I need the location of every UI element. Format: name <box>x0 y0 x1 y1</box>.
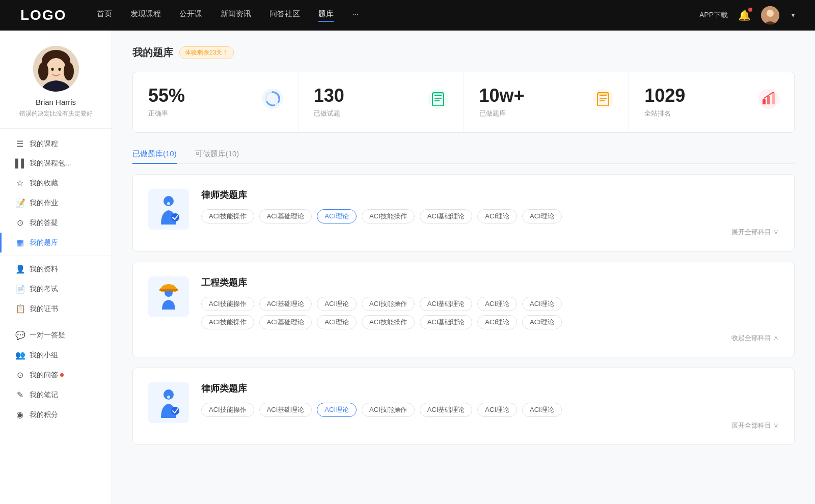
trial-badge: 体验剩余23天！ <box>179 46 234 59</box>
qbank-card-engineer: 工程类题库 ACI技能操作 ACI基础理论 ACI理论 ACI技能操作 ACI基… <box>132 262 795 357</box>
lawyer1-tags: ACI技能操作 ACI基础理论 ACI理论 ACI技能操作 ACI基础理论 AC… <box>201 209 779 223</box>
tag[interactable]: ACI基础理论 <box>420 297 473 311</box>
oneone-icon: 💬 <box>15 330 24 340</box>
stat-accuracy-label: 正确率 <box>148 109 255 118</box>
tag[interactable]: ACI技能操作 <box>201 297 254 311</box>
svg-point-8 <box>58 68 61 71</box>
stat-questions-done: 130 已做试题 <box>298 72 464 132</box>
nav-open-course[interactable]: 公开课 <box>179 9 202 22</box>
homework-icon: 📝 <box>15 198 24 208</box>
stat-banks-label: 已做题库 <box>479 109 586 118</box>
sidebar-nav-item-courses[interactable]: ☰ 我的课程 <box>0 134 112 154</box>
main-content: 我的题库 体验剩余23天！ 55% 正确率 <box>112 31 815 504</box>
sidebar-motto: 错误的决定比没有决定要好 <box>11 109 101 118</box>
nav-home[interactable]: 首页 <box>97 9 112 22</box>
stat-rank-value: 1029 <box>644 87 751 105</box>
svg-point-1 <box>767 10 774 17</box>
tag[interactable]: ACI理论 <box>477 297 517 311</box>
tag[interactable]: ACI理论 <box>522 297 562 311</box>
nav-qbank[interactable]: 题库 <box>318 9 334 22</box>
tag-active[interactable]: ACI理论 <box>317 209 357 223</box>
sidebar-nav-item-group[interactable]: 👥 我的小组 <box>0 345 112 365</box>
sidebar-nav-item-exam[interactable]: 📄 我的考试 <box>0 279 112 299</box>
stat-accuracy: 55% 正确率 <box>133 72 298 132</box>
notification-bell[interactable]: 🔔 <box>738 9 751 21</box>
qa-icon: ⊙ <box>15 370 24 380</box>
sidebar-nav-item-questions[interactable]: ⊙ 我的答疑 <box>0 213 112 233</box>
tag[interactable]: ACI理论 <box>477 315 517 329</box>
sidebar-username: Brian Harris <box>36 98 76 106</box>
tag[interactable]: ACI基础理论 <box>259 403 312 417</box>
svg-point-4 <box>46 58 66 82</box>
tag[interactable]: ACI技能操作 <box>201 403 254 417</box>
navbar: LOGO 首页 发现课程 公开课 新闻资讯 问答社区 题库 ··· APP下载 … <box>0 0 815 31</box>
tag-active[interactable]: ACI理论 <box>317 403 357 417</box>
qbank-card-lawyer2: 律师类题库 ACI技能操作 ACI基础理论 ACI理论 ACI技能操作 ACI基… <box>132 368 795 445</box>
tag[interactable]: ACI技能操作 <box>201 315 254 329</box>
svg-rect-22 <box>772 93 775 104</box>
sidebar-avatar <box>33 46 79 92</box>
svg-rect-20 <box>763 99 766 104</box>
tag[interactable]: ACI技能操作 <box>362 297 415 311</box>
tab-done[interactable]: 已做题库(10) <box>132 145 177 164</box>
expand-lawyer1[interactable]: 展开全部科目 ∨ <box>201 228 779 237</box>
tag[interactable]: ACI理论 <box>317 315 357 329</box>
sidebar-nav-item-profile[interactable]: 👤 我的资料 <box>0 259 112 279</box>
tag[interactable]: ACI基础理论 <box>420 209 473 223</box>
tag[interactable]: ACI基础理论 <box>259 315 312 329</box>
tag[interactable]: ACI理论 <box>317 297 357 311</box>
tag[interactable]: ACI理论 <box>477 209 517 223</box>
navbar-right: APP下载 🔔 ▾ <box>699 6 795 24</box>
tag[interactable]: ACI理论 <box>522 403 562 417</box>
tag[interactable]: ACI理论 <box>522 209 562 223</box>
sidebar-nav-item-qa[interactable]: ⊙ 我的问答 <box>0 365 112 385</box>
qbank-card-lawyer1: 律师类题库 ACI技能操作 ACI基础理论 ACI理论 ACI技能操作 ACI基… <box>132 174 795 251</box>
lawyer1-icon <box>148 189 189 230</box>
expand-engineer[interactable]: 收起全部科目 ∧ <box>201 333 779 343</box>
sidebar-nav-item-points[interactable]: ◉ 我的积分 <box>0 405 112 425</box>
tag[interactable]: ACI技能操作 <box>201 209 254 223</box>
nav-qa[interactable]: 问答社区 <box>269 9 300 22</box>
engineer-tags-row1: ACI技能操作 ACI基础理论 ACI理论 ACI技能操作 ACI基础理论 AC… <box>201 297 779 311</box>
qa-dot <box>60 373 64 377</box>
svg-point-6 <box>64 62 74 80</box>
profile-icon: 👤 <box>15 264 24 274</box>
sidebar-nav-item-homework[interactable]: 📝 我的作业 <box>0 193 112 213</box>
nav-news[interactable]: 新闻资讯 <box>221 9 251 22</box>
svg-rect-21 <box>767 96 770 104</box>
nav-more[interactable]: ··· <box>352 9 359 22</box>
svg-point-31 <box>167 396 170 399</box>
tag[interactable]: ACI基础理论 <box>420 403 473 417</box>
tag[interactable]: ACI理论 <box>522 315 562 329</box>
banks-done-icon <box>593 89 613 109</box>
stat-rank: 1029 全站排名 <box>629 72 794 132</box>
sidebar-nav-item-course-pkg[interactable]: ▌▌ 我的课程包... <box>0 154 112 173</box>
tag[interactable]: ACI技能操作 <box>362 315 415 329</box>
app-download[interactable]: APP下载 <box>699 11 728 20</box>
tag[interactable]: ACI技能操作 <box>362 403 415 417</box>
stat-questions-value: 130 <box>314 87 421 105</box>
nav-discover[interactable]: 发现课程 <box>130 9 161 22</box>
questions-icon: ⊙ <box>15 218 24 228</box>
sidebar-nav-item-notes[interactable]: ✎ 我的笔记 <box>0 385 112 405</box>
expand-lawyer2[interactable]: 展开全部科目 ∨ <box>201 421 779 430</box>
sidebar-nav-item-cert[interactable]: 📋 我的证书 <box>0 299 112 319</box>
sidebar-nav-item-qbank[interactable]: ▦ 我的题库 <box>0 233 112 253</box>
svg-rect-29 <box>159 289 178 291</box>
tag[interactable]: ACI基础理论 <box>420 315 473 329</box>
svg-point-7 <box>51 68 53 71</box>
sidebar-nav-item-favorites[interactable]: ☆ 我的收藏 <box>0 173 112 193</box>
lawyer2-body: 律师类题库 ACI技能操作 ACI基础理论 ACI理论 ACI技能操作 ACI基… <box>201 382 779 430</box>
tab-available[interactable]: 可做题库(10) <box>195 145 239 164</box>
tag[interactable]: ACI技能操作 <box>362 209 415 223</box>
tag[interactable]: ACI基础理论 <box>259 209 312 223</box>
logo: LOGO <box>20 7 66 23</box>
stat-rank-label: 全站排名 <box>644 109 751 118</box>
avatar-chevron[interactable]: ▾ <box>792 12 795 19</box>
tag[interactable]: ACI理论 <box>477 403 517 417</box>
sidebar-profile: Brian Harris 错误的决定比没有决定要好 <box>0 46 112 129</box>
sidebar-nav-item-oneone[interactable]: 💬 一对一答疑 <box>0 325 112 345</box>
tag[interactable]: ACI基础理论 <box>259 297 312 311</box>
qbank-icon: ▦ <box>15 238 24 247</box>
avatar[interactable] <box>761 6 779 24</box>
